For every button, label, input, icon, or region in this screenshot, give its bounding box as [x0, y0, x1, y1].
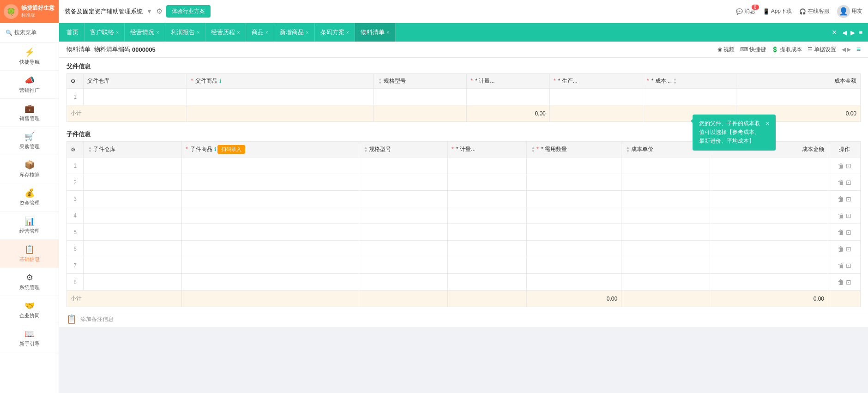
copy-icon[interactable]: ⊡ [846, 229, 851, 236]
logo-icon: 🍀 [4, 4, 18, 19]
copy-icon[interactable]: ⊡ [846, 195, 851, 203]
parent-th-amount: 成本金额 [736, 74, 860, 89]
message-button[interactable]: 💬 消息 6 [736, 7, 755, 15]
scan-input-button[interactable]: 扫码录入 [217, 145, 245, 154]
copy-icon[interactable]: ⊡ [846, 278, 851, 286]
close-barcode-tab[interactable]: × [346, 30, 349, 35]
tab-new-goods[interactable]: 新增商品 × [274, 23, 314, 42]
tab-operations[interactable]: 经营情况 × [125, 23, 165, 42]
extract-cost-action[interactable]: 💲 提取成本 [772, 46, 802, 54]
child-subtotal-row: 小计 0.00 0.00 [67, 290, 861, 307]
child-spec-1[interactable] [359, 157, 448, 174]
sidebar-item-inventory[interactable]: 📦 库存核算 [0, 155, 59, 183]
delete-icon[interactable]: 🗑 [838, 245, 844, 253]
nav-prev-icon[interactable]: ◀ [842, 46, 846, 53]
nav-next-icon[interactable]: ▶ [847, 46, 851, 53]
child-th-settings[interactable]: ⚙ [67, 142, 84, 157]
guide-icon: 📖 [24, 329, 35, 339]
page-content: 物料清单 物料清单编码 0000005 ◉ 视频 ⌨ 快捷键 💲 [59, 42, 868, 327]
delete-icon[interactable]: 🗑 [838, 212, 844, 219]
child-qty-1[interactable] [526, 157, 621, 174]
copy-icon[interactable]: ⊡ [846, 262, 851, 269]
sidebar-item-sales[interactable]: 💼 销售管理 [0, 99, 59, 127]
parent-warehouse-cell[interactable] [84, 89, 187, 105]
breadcrumb-bom-list[interactable]: 物料清单 [66, 45, 90, 54]
doc-settings-action[interactable]: ☰ 单据设置 [808, 46, 836, 54]
search-menu-button[interactable]: 🔍 搜索菜单 [4, 27, 55, 38]
topbar: 装备及固定资产辅助管理系统 ▼ ⚙ 体验行业方案 💬 消息 6 📱 App下载 … [59, 0, 868, 23]
tooltip-close-button[interactable]: × [766, 119, 769, 129]
nav-tabs: 首页 客户联络 × 经营情况 × 利润报告 × 经营历程 × 商品 × 新增商品… [59, 23, 868, 42]
user-menu[interactable]: 👤 用友 [837, 5, 862, 18]
child-price-1[interactable] [621, 157, 710, 174]
sidebar-item-marketing[interactable]: 📣 营销推广 [0, 71, 59, 99]
parent-product-cell[interactable] [187, 89, 374, 105]
close-customer-tab[interactable]: × [116, 30, 119, 35]
tab-home[interactable]: 首页 [63, 23, 84, 42]
delete-icon[interactable]: 🗑 [838, 179, 844, 186]
shortcut-action[interactable]: ⌨ 快捷键 [740, 46, 766, 54]
parent-cost-cell[interactable] [643, 89, 736, 105]
delete-icon[interactable]: 🗑 [838, 162, 844, 169]
tabs-nav-prev[interactable]: ◀ [840, 29, 849, 36]
sidebar-item-operations[interactable]: 📊 经营管理 [0, 212, 59, 240]
child-warehouse-2[interactable] [84, 174, 182, 191]
delete-icon[interactable]: 🗑 [838, 262, 844, 269]
child-unit-2[interactable] [448, 174, 527, 191]
app-download-button[interactable]: 📱 App下载 [763, 7, 792, 15]
inventory-icon: 📦 [24, 160, 35, 170]
close-operations-tab[interactable]: × [156, 30, 159, 35]
copy-icon[interactable]: ⊡ [846, 179, 851, 186]
document-code: 0000005 [132, 46, 156, 53]
sidebar-item-system[interactable]: ⚙ 系统管理 [0, 268, 59, 296]
child-price-2[interactable] [621, 174, 710, 191]
sidebar-item-purchase[interactable]: 🛒 采购管理 [0, 127, 59, 155]
sidebar-item-cooperation[interactable]: 🤝 企业协同 [0, 296, 59, 324]
parent-th-settings[interactable]: ⚙ [67, 74, 84, 89]
tab-goods[interactable]: 商品 × [246, 23, 274, 42]
parent-production-cell[interactable] [549, 89, 643, 105]
quick-nav-icon: ⚡ [24, 47, 35, 57]
tabs-nav-next[interactable]: ▶ [849, 29, 857, 36]
parent-unit-cell[interactable] [467, 89, 550, 105]
dropdown-arrow-icon: ▼ [146, 8, 152, 15]
close-history-tab[interactable]: × [237, 30, 240, 35]
copy-icon[interactable]: ⊡ [846, 162, 851, 169]
online-service-button[interactable]: 🎧 在线客服 [799, 7, 830, 15]
child-qty-2[interactable] [526, 174, 621, 191]
child-unit-1[interactable] [448, 157, 527, 174]
tab-history[interactable]: 经营历程 × [205, 23, 246, 42]
trial-button[interactable]: 体验行业方案 [166, 5, 211, 18]
video-action[interactable]: ◉ 视频 [717, 46, 735, 54]
tab-bom[interactable]: 物料清单 × [355, 23, 395, 42]
list-view-icon[interactable]: ≡ [856, 45, 861, 54]
delete-icon[interactable]: 🗑 [838, 278, 844, 286]
child-section: 子件信息 ⚙ ▲▼ 子件仓库 * 子件商品 ℹ [59, 126, 868, 311]
tab-customer[interactable]: 客户联络 × [84, 23, 125, 42]
parent-spec-cell[interactable] [374, 89, 467, 105]
child-warehouse-1[interactable] [84, 157, 182, 174]
tabs-menu-icon[interactable]: ≡ [857, 29, 864, 36]
sidebar-item-guide[interactable]: 📖 新手引导 [0, 324, 59, 352]
close-all-tabs[interactable]: × [828, 28, 841, 37]
child-product-1[interactable] [182, 157, 359, 174]
close-profit-tab[interactable]: × [197, 30, 199, 35]
close-new-goods-tab[interactable]: × [306, 30, 308, 35]
settings-gear-icon[interactable]: ⚙ [156, 7, 163, 16]
sidebar-item-basic-info[interactable]: 📋 基础信息 [0, 240, 59, 268]
child-spec-2[interactable] [359, 174, 448, 191]
tab-barcode[interactable]: 条码方案 × [315, 23, 355, 42]
tab-profit[interactable]: 利润报告 × [165, 23, 205, 42]
child-table: ⚙ ▲▼ 子件仓库 * 子件商品 ℹ 扫码录入 [66, 141, 861, 307]
delete-icon[interactable]: 🗑 [838, 195, 844, 203]
sidebar-item-quick-nav[interactable]: ⚡ 快捷导航 [0, 42, 59, 71]
close-goods-tab[interactable]: × [265, 30, 268, 35]
delete-icon[interactable]: 🗑 [838, 229, 844, 236]
sidebar-item-finance[interactable]: 💰 资金管理 [0, 183, 59, 212]
close-bom-tab[interactable]: × [386, 30, 389, 35]
copy-icon[interactable]: ⊡ [846, 245, 851, 253]
parent-row-num: 1 [67, 89, 84, 105]
copy-icon[interactable]: ⊡ [846, 212, 851, 219]
notes-placeholder[interactable]: 添加备注信息 [80, 315, 114, 323]
child-product-2[interactable] [182, 174, 359, 191]
